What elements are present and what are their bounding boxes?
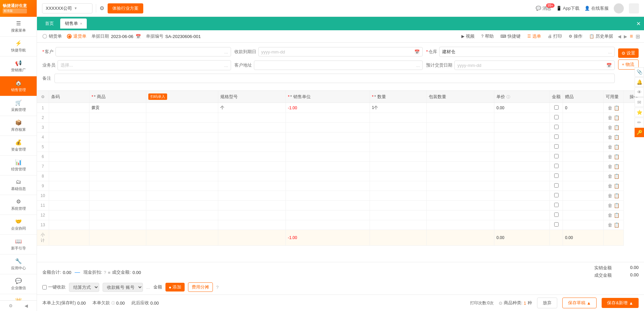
user-settings[interactable] <box>629 3 639 13</box>
row-product[interactable] <box>89 152 146 162</box>
help-btn[interactable]: ? 帮助 <box>479 32 496 40</box>
row-price[interactable] <box>427 132 494 142</box>
shortcut-btn[interactable]: ⌨ 快捷键 <box>498 32 523 40</box>
float-btn-1[interactable]: 📎 <box>635 67 644 77</box>
row-gift[interactable] <box>550 132 563 142</box>
calendar-icon[interactable]: 📅 <box>136 34 141 39</box>
message-button[interactable]: 💬 消息 99+ <box>536 5 551 11</box>
row-price[interactable] <box>427 103 494 113</box>
species-icon[interactable]: ⊙ <box>499 301 502 306</box>
row-gift[interactable] <box>550 152 563 162</box>
row-price[interactable] <box>427 113 494 123</box>
due-date-input[interactable]: yyyy-mm-dd 📅 <box>258 47 423 56</box>
row-price[interactable] <box>427 162 494 171</box>
row-product[interactable] <box>89 132 146 142</box>
row-barcode[interactable] <box>49 171 89 181</box>
row-amount[interactable] <box>494 152 550 162</box>
row-barcode[interactable] <box>49 123 89 132</box>
row-unit[interactable] <box>218 191 286 201</box>
row-pkg-qty[interactable]: 1个 <box>370 103 426 113</box>
user-avatar[interactable] <box>614 3 624 13</box>
row-product[interactable] <box>89 210 146 220</box>
row-unit[interactable] <box>218 171 286 181</box>
row-pkg-qty[interactable] <box>370 210 426 220</box>
warehouse-input[interactable]: 建材仓 ... <box>439 47 615 57</box>
copy-icon[interactable]: 📋 <box>614 212 619 218</box>
row-qty[interactable]: -1.00 <box>286 103 370 113</box>
delete-icon[interactable]: 🗑 <box>608 115 612 120</box>
sidebar-item-guide[interactable]: 📖新手引导 <box>0 235 37 255</box>
row-pkg-qty[interactable] <box>370 201 426 210</box>
row-unit[interactable] <box>218 220 286 230</box>
delete-icon[interactable]: 🗑 <box>608 125 612 130</box>
copy-icon[interactable]: 📋 <box>614 164 619 169</box>
fenyong-help-icon[interactable]: ? <box>216 285 219 290</box>
row-barcode[interactable] <box>49 181 89 191</box>
one-click-checkbox[interactable] <box>42 285 47 289</box>
fenyong-button[interactable]: 费用分摊 <box>188 282 213 292</box>
row-unit[interactable] <box>218 152 286 162</box>
delete-icon[interactable]: 🗑 <box>608 203 612 208</box>
sale-type-radio[interactable]: 销货单 <box>42 33 62 39</box>
row-pkg-qty[interactable] <box>370 113 426 123</box>
topbar-settings-icon[interactable]: ⚙ <box>100 5 104 11</box>
abandon-button[interactable]: 放弃 <box>537 298 557 308</box>
row-barcode[interactable] <box>49 152 89 162</box>
row-amount[interactable] <box>494 113 550 123</box>
row-price[interactable] <box>427 142 494 152</box>
row-pkg-qty[interactable] <box>370 171 426 181</box>
sidebar-item-search[interactable]: ☰搜索菜单 <box>0 17 37 37</box>
row-gift[interactable] <box>550 103 563 113</box>
video-btn[interactable]: ▶ 视频 <box>459 32 477 40</box>
row-amount[interactable]: 0.00 <box>494 103 550 113</box>
row-gift[interactable] <box>550 142 563 152</box>
sidebar-item-purchase[interactable]: 🛒采购管理 <box>0 96 37 116</box>
delete-icon[interactable]: 🗑 <box>608 164 612 169</box>
delete-icon[interactable]: 🗑 <box>608 173 612 179</box>
copy-icon[interactable]: 📋 <box>614 183 619 189</box>
row-product[interactable] <box>89 171 146 181</box>
tab-close-icon[interactable]: × <box>80 22 82 26</box>
row-amount[interactable] <box>494 132 550 142</box>
salesperson-dots[interactable]: ... <box>224 63 228 68</box>
debt-help-icon[interactable]: ⓘ <box>111 301 115 305</box>
row-gift[interactable] <box>550 171 563 181</box>
delete-icon[interactable]: 🗑 <box>608 154 612 159</box>
row-unit[interactable] <box>218 162 286 171</box>
row-spec[interactable] <box>146 152 218 162</box>
one-click-payment[interactable]: 一键收款 <box>42 284 66 290</box>
row-qty[interactable] <box>286 220 370 230</box>
row-spec[interactable] <box>146 142 218 152</box>
row-gift[interactable] <box>550 113 563 123</box>
row-product[interactable] <box>89 113 146 123</box>
copy-icon[interactable]: 📋 <box>614 144 619 150</box>
close-all-tabs[interactable]: ✕ <box>636 21 641 27</box>
collapse-icon[interactable]: ◀ <box>25 303 28 308</box>
row-spec[interactable] <box>146 201 218 210</box>
row-pkg-qty[interactable] <box>370 162 426 171</box>
row-barcode[interactable] <box>49 210 89 220</box>
row-unit[interactable] <box>218 181 286 191</box>
settings-icon[interactable]: ⚙ <box>9 303 13 308</box>
row-amount[interactable] <box>494 220 550 230</box>
row-qty[interactable] <box>286 191 370 201</box>
row-qty[interactable] <box>286 201 370 210</box>
float-btn-6[interactable]: ✏ <box>635 118 644 127</box>
float-btn-3[interactable]: 👁 <box>635 87 644 97</box>
copy-icon[interactable]: 📋 <box>614 222 619 228</box>
float-btn-5[interactable]: ⭐ <box>635 108 644 117</box>
salesperson-input[interactable]: 选择... ... <box>58 60 231 70</box>
delete-icon[interactable]: 🗑 <box>608 222 612 228</box>
customer-dots[interactable]: ... <box>224 49 228 54</box>
row-price[interactable] <box>427 220 494 230</box>
delete-icon[interactable]: 🗑 <box>608 193 612 198</box>
add-payment-button[interactable]: ● 添加 <box>165 283 185 291</box>
nav-next-icon[interactable]: ▶ <box>624 34 627 39</box>
copy-icon[interactable]: 📋 <box>614 154 619 159</box>
row-amount[interactable] <box>494 123 550 132</box>
copy-icon[interactable]: 📋 <box>614 173 619 179</box>
company-selector[interactable]: XXXXXX公司 ▼ <box>42 3 92 13</box>
row-pkg-qty[interactable] <box>370 152 426 162</box>
row-spec[interactable] <box>146 132 218 142</box>
ops-btn[interactable]: ⚙ 操作 <box>567 32 584 40</box>
